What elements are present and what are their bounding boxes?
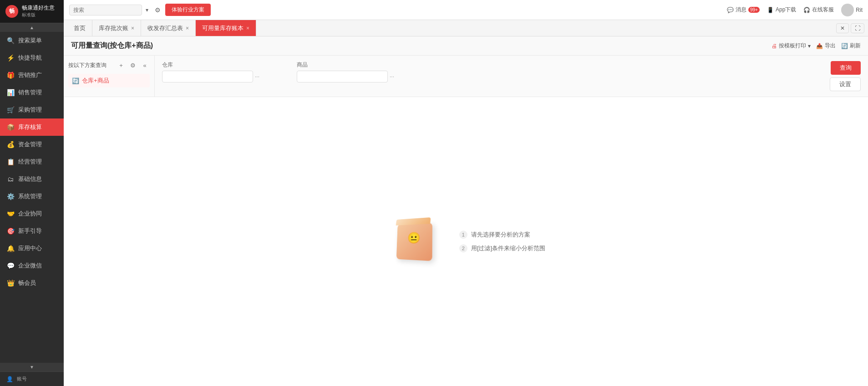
sidebar-bottom-icon: 👤 (6, 376, 13, 382)
tabbar-close-button[interactable]: ✕ (836, 23, 849, 33)
search-input[interactable] (69, 5, 142, 15)
scheme-header-actions: + ⚙ « (116, 60, 150, 70)
sidebar-item-basics[interactable]: 🗂基础信息 (0, 170, 64, 188)
sidebar-scroll-down[interactable]: ▼ (0, 363, 64, 371)
warehouse-input[interactable] (162, 71, 253, 82)
scheme-item-label: 仓库+商品 (82, 77, 109, 85)
hint-number-1: 1 (459, 231, 467, 239)
sidebar-header: 畅 畅康通好生意 标准版 (0, 0, 64, 23)
page-header: 可用量查询(按仓库+商品) 🖨 按模板打印 ▾ 📤 导出 🔄 刷新 (64, 36, 868, 56)
sidebar-item-shortcut[interactable]: ⚡快捷导航 (0, 49, 64, 67)
search-icon: 🔍 (6, 36, 15, 45)
system-icon: ⚙️ (6, 192, 15, 201)
tab-close-inventory-summary[interactable]: × (186, 25, 189, 31)
warehouse-more-button[interactable]: ··· (255, 73, 259, 80)
empty-illustration: 😐 (386, 214, 441, 269)
tab-batch-ledger[interactable]: 库存批次账× (92, 20, 141, 36)
topbar: ▾ ⚙ 体验行业方案 💬 消息 99+ 📱 App下载 🎧 在线客服 Rit (64, 0, 868, 20)
empty-hint-2: 2 用[过滤]条件来缩小分析范围 (459, 244, 545, 252)
sidebar-item-funds[interactable]: 💰资金管理 (0, 136, 64, 153)
warehouse-input-row: ··· (162, 71, 289, 82)
sidebar-item-inventory[interactable]: 📦库存核算 (0, 118, 64, 136)
tabbar: 首页库存批次账×收发存汇总表×可用量库存账本× ✕ ⛶ (64, 20, 868, 36)
online-service-item[interactable]: 🎧 在线客服 (803, 6, 834, 14)
tab-close-batch-ledger[interactable]: × (131, 25, 134, 31)
sidebar-item-apps[interactable]: 🔔应用中心 (0, 240, 64, 257)
scheme-panel: 按以下方案查询 + ⚙ « 🔄 仓库+商品 (64, 56, 155, 97)
phone-icon: 📱 (767, 7, 774, 13)
export-button[interactable]: 📤 导出 (816, 42, 836, 50)
app-download-item[interactable]: 📱 App下载 (767, 6, 796, 14)
sales-icon: 📊 (6, 88, 15, 97)
sidebar-item-sales[interactable]: 📊销售管理 (0, 84, 64, 101)
sidebar-item-enterprise[interactable]: 🤝企业协同 (0, 205, 64, 222)
filter-fields: 仓库 ··· 商品 ··· (155, 56, 822, 97)
scheme-item-icon: 🔄 (72, 77, 79, 84)
sidebar-item-label: 系统管理 (18, 192, 42, 201)
sidebar-item-newbie[interactable]: 🎯新手引导 (0, 222, 64, 240)
content-area: 可用量查询(按仓库+商品) 🖨 按模板打印 ▾ 📤 导出 🔄 刷新 (64, 36, 868, 386)
sidebar-item-label: 搜索菜单 (18, 36, 42, 45)
sidebar-item-label: 营销推广 (18, 71, 42, 79)
print-icon: 🖨 (772, 43, 777, 49)
message-item[interactable]: 💬 消息 99+ (727, 6, 760, 14)
print-button[interactable]: 🖨 按模板打印 ▾ (772, 42, 811, 50)
user-item[interactable]: Rit (841, 4, 863, 16)
scheme-settings-button[interactable]: ⚙ (128, 60, 138, 70)
sidebar-item-operations[interactable]: 📋经营管理 (0, 153, 64, 170)
tab-close-available-ledger[interactable]: × (246, 25, 249, 31)
sidebar-item-search[interactable]: 🔍搜索菜单 (0, 32, 64, 49)
refresh-button[interactable]: 🔄 刷新 (841, 42, 861, 50)
sidebar-item-vip[interactable]: 👑畅会员 (0, 274, 64, 292)
sidebar-scroll-up[interactable]: ▲ (0, 23, 64, 32)
hint-text-2: 用[过滤]条件来缩小分析范围 (471, 244, 545, 252)
sidebar-item-label: 企业微信 (18, 262, 42, 270)
query-button[interactable]: 查询 (831, 61, 861, 75)
trial-button[interactable]: 体验行业方案 (165, 4, 211, 16)
goods-more-button[interactable]: ··· (390, 73, 394, 80)
tab-label-batch-ledger: 库存批次账 (99, 24, 128, 32)
warehouse-label: 仓库 (162, 61, 289, 69)
sidebar-item-system[interactable]: ⚙️系统管理 (0, 188, 64, 205)
scheme-header: 按以下方案查询 + ⚙ « (68, 60, 150, 70)
tabbar-expand-button[interactable]: ⛶ (851, 23, 864, 33)
dropdown-button[interactable]: ▾ (144, 6, 150, 14)
sidebar-bottom-label: 账号 (17, 376, 27, 382)
settings-button[interactable]: 设置 (830, 77, 861, 91)
scheme-add-button[interactable]: + (116, 60, 126, 70)
apps-icon: 🔔 (6, 244, 15, 252)
scheme-item-warehouse-goods[interactable]: 🔄 仓库+商品 (68, 74, 150, 87)
message-icon: 💬 (727, 7, 734, 13)
sidebar-item-label: 快捷导航 (18, 54, 42, 62)
sidebar-title: 畅康通好生意 (22, 5, 55, 12)
sidebar-item-label: 新手引导 (18, 227, 42, 235)
filter-area: 按以下方案查询 + ⚙ « 🔄 仓库+商品 仓库 (64, 56, 868, 97)
newbie-icon: 🎯 (6, 227, 15, 235)
tab-inventory-summary[interactable]: 收发存汇总表× (141, 20, 196, 36)
sidebar-item-wechat[interactable]: 💬企业微信 (0, 257, 64, 274)
empty-box-shape: 😐 (396, 223, 432, 261)
empty-face: 😐 (407, 232, 421, 244)
page-title: 可用量查询(按仓库+商品) (71, 41, 153, 51)
wechat-icon: 💬 (6, 262, 15, 270)
gear-button[interactable]: ⚙ (152, 5, 163, 15)
tab-available-ledger[interactable]: 可用量库存账本× (196, 20, 256, 36)
sidebar-item-purchase[interactable]: 🛒采购管理 (0, 101, 64, 118)
marketing-icon: 🎁 (6, 71, 15, 79)
topbar-search-area: ▾ ⚙ 体验行业方案 (69, 4, 723, 16)
tab-label-inventory-summary: 收发存汇总表 (147, 24, 183, 32)
sidebar-item-label: 资金管理 (18, 140, 42, 149)
user-name: Rit (856, 7, 863, 13)
sidebar-title-area: 畅康通好生意 标准版 (22, 5, 55, 18)
message-label: 消息 (736, 6, 746, 14)
warehouse-filter-field: 仓库 ··· (162, 61, 289, 82)
tab-home[interactable]: 首页 (67, 20, 92, 36)
goods-input[interactable] (297, 71, 388, 82)
sidebar-item-marketing[interactable]: 🎁营销推广 (0, 67, 64, 84)
shortcut-icon: ⚡ (6, 54, 15, 62)
scheme-collapse-button[interactable]: « (140, 60, 150, 70)
vip-icon: 👑 (6, 279, 15, 287)
app-download-label: App下载 (776, 6, 796, 14)
sidebar-item-label: 经营管理 (18, 158, 42, 166)
operations-icon: 📋 (6, 158, 15, 166)
